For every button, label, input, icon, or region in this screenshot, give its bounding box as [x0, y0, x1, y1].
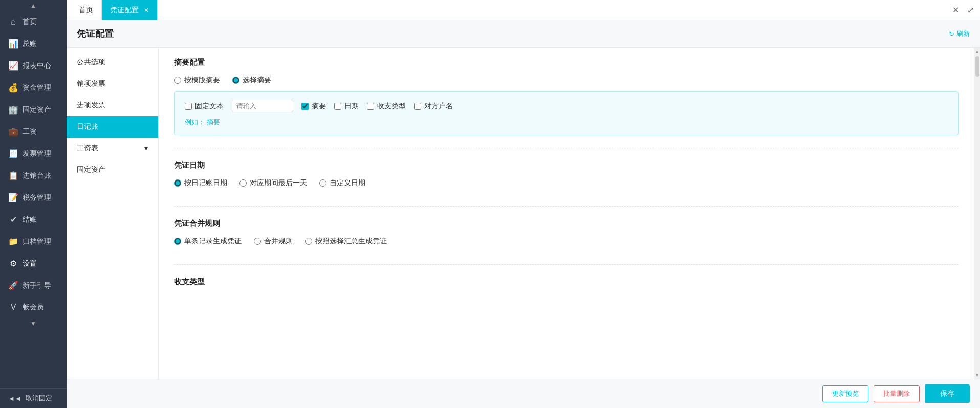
abstract-example: 例如： 摘要 [185, 118, 948, 127]
home-icon: ⌂ [8, 17, 18, 27]
refresh-button[interactable]: ↻ 刷新 [949, 29, 970, 38]
section-income-type: 收支类型 [174, 277, 959, 307]
bottom-action-bar: 更新预览 批量删除 保存 [67, 379, 980, 408]
radio-select-merge[interactable]: 按照选择汇总生成凭证 [305, 237, 387, 246]
update-preview-button[interactable]: 更新预览 [822, 385, 868, 402]
tax-icon: 📝 [8, 193, 18, 202]
invoice-mgmt-icon: 🧾 [8, 149, 18, 158]
chevron-down-icon: ▾ [144, 144, 148, 152]
sidebar-item-ledger[interactable]: 📊 总账 [0, 33, 67, 55]
merge-rules-radio-group: 单条记录生成凭证 合并规则 按照选择汇总生成凭证 [174, 237, 959, 246]
tab-home[interactable]: 首页 [71, 0, 102, 20]
radio-template-abstract[interactable]: 按模版摘要 [174, 76, 220, 85]
abstract-section-title: 摘要配置 [174, 58, 959, 67]
main-area: 首页 凭证配置 ✕ ✕ ⤢ 凭证配置 ↻ 刷新 公共选项 [67, 0, 980, 408]
sidebar-item-sales-ledger[interactable]: 📋 进销台账 [0, 165, 67, 187]
tab-bar: 首页 凭证配置 ✕ ✕ ⤢ [67, 0, 980, 20]
sidebar-item-tax[interactable]: 📝 税务管理 [0, 187, 67, 209]
sidebar: ▲ ⌂ 首页 📊 总账 📈 报表中心 💰 资金管理 🏢 固定资产 💼 工资 🧾 … [0, 0, 67, 408]
sidebar-item-funds[interactable]: 💰 资金管理 [0, 77, 67, 99]
left-nav-item-payroll[interactable]: 工资表 ▾ [67, 138, 158, 159]
left-nav-item-purchase-invoice[interactable]: 进项发票 [67, 95, 158, 116]
radio-single-record[interactable]: 单条记录生成凭证 [174, 237, 242, 246]
save-button[interactable]: 保存 [925, 384, 970, 403]
content-body: 公共选项 销项发票 进项发票 日记账 工资表 ▾ 固定资产 [67, 48, 980, 379]
left-nav: 公共选项 销项发票 进项发票 日记账 工资表 ▾ 固定资产 [67, 48, 159, 379]
window-expand-button[interactable]: ⤢ [965, 3, 976, 17]
left-nav-item-public[interactable]: 公共选项 [67, 52, 158, 73]
tab-bar-actions: ✕ ⤢ [950, 3, 976, 17]
content-area: 凭证配置 ↻ 刷新 公共选项 销项发票 进项发票 日记账 [67, 20, 980, 408]
radio-merge-rules[interactable]: 合并规则 [254, 237, 293, 246]
page-title: 凭证配置 [77, 28, 114, 40]
ledger-icon: 📊 [8, 39, 18, 49]
voucher-date-title: 凭证日期 [174, 161, 959, 170]
right-content: 摘要配置 按模版摘要 选择摘要 [159, 48, 974, 379]
sidebar-item-reports[interactable]: 📈 报表中心 [0, 55, 67, 77]
checkbox-fixed-text[interactable]: 固定文本 [185, 102, 224, 111]
sidebar-item-guide[interactable]: 🚀 新手引导 [0, 275, 67, 297]
scroll-up-arrow[interactable]: ▲ [975, 49, 980, 54]
radio-period-last-day[interactable]: 对应期间最后一天 [239, 178, 307, 188]
pin-icon: ◄◄ [8, 395, 21, 402]
sidebar-item-archive[interactable]: 📁 归档管理 [0, 231, 67, 253]
sidebar-item-settings[interactable]: ⚙ 设置 [0, 253, 67, 275]
left-nav-item-journal[interactable]: 日记账 [67, 116, 158, 138]
assets-icon: 🏢 [8, 105, 18, 115]
abstract-radio-group: 按模版摘要 选择摘要 [174, 76, 959, 85]
reports-icon: 📈 [8, 61, 18, 71]
sidebar-scroll-up[interactable]: ▲ [0, 0, 67, 11]
tab-voucher-config[interactable]: 凭证配置 ✕ [102, 0, 158, 20]
radio-custom-date[interactable]: 自定义日期 [319, 178, 365, 188]
radio-select-abstract[interactable]: 选择摘要 [232, 76, 271, 85]
window-close-button[interactable]: ✕ [950, 3, 961, 17]
sidebar-item-salary[interactable]: 💼 工资 [0, 121, 67, 143]
fixed-text-input[interactable] [232, 100, 293, 112]
checkout-icon: ✔ [8, 215, 18, 224]
sales-ledger-icon: 📋 [8, 171, 18, 180]
guide-icon: 🚀 [8, 281, 18, 290]
checkbox-income-type[interactable]: 收支类型 [367, 102, 406, 111]
abstract-config-box: 固定文本 摘要 日期 [174, 91, 959, 135]
sidebar-scroll-down[interactable]: ▼ [0, 318, 67, 329]
page-header: 凭证配置 ↻ 刷新 [67, 20, 980, 48]
income-type-title: 收支类型 [174, 277, 959, 287]
merge-rules-title: 凭证合并规则 [174, 219, 959, 229]
section-abstract: 摘要配置 按模版摘要 选择摘要 [174, 58, 959, 148]
settings-icon: ⚙ [8, 259, 18, 268]
batch-delete-button[interactable]: 批量删除 [874, 385, 920, 402]
funds-icon: 💰 [8, 83, 18, 93]
sidebar-item-home[interactable]: ⌂ 首页 [0, 11, 67, 33]
sidebar-item-checkout[interactable]: ✔ 结账 [0, 209, 67, 231]
sidebar-item-vip[interactable]: V 畅会员 [0, 297, 67, 318]
sidebar-pin-toggle[interactable]: ◄◄ 取消固定 [0, 388, 67, 408]
sidebar-item-invoice-mgmt[interactable]: 🧾 发票管理 [0, 143, 67, 165]
outer-scrollbar[interactable]: ▲ ▼ [974, 48, 980, 379]
scroll-thumb[interactable] [975, 56, 979, 77]
voucher-date-radio-group: 按日记账日期 对应期间最后一天 自定义日期 [174, 178, 959, 188]
refresh-icon: ↻ [949, 30, 954, 38]
section-merge-rules: 凭证合并规则 单条记录生成凭证 合并规则 按照选择汇总生成凭证 [174, 219, 959, 265]
salary-icon: 💼 [8, 127, 18, 137]
checkbox-abstract[interactable]: 摘要 [301, 102, 326, 111]
archive-icon: 📁 [8, 237, 18, 246]
scroll-down-arrow[interactable]: ▼ [975, 372, 980, 378]
abstract-checkbox-row: 固定文本 摘要 日期 [185, 100, 948, 112]
radio-journal-date[interactable]: 按日记账日期 [174, 178, 227, 188]
left-nav-item-fixed-assets[interactable]: 固定资产 [67, 159, 158, 180]
left-nav-item-sales-invoice[interactable]: 销项发票 [67, 73, 158, 95]
sidebar-item-assets[interactable]: 🏢 固定资产 [0, 99, 67, 121]
checkbox-counterparty[interactable]: 对方户名 [414, 102, 453, 111]
section-voucher-date: 凭证日期 按日记账日期 对应期间最后一天 自定义日期 [174, 161, 959, 207]
tab-close-button[interactable]: ✕ [144, 7, 149, 14]
vip-icon: V [8, 303, 18, 312]
checkbox-date[interactable]: 日期 [334, 102, 359, 111]
